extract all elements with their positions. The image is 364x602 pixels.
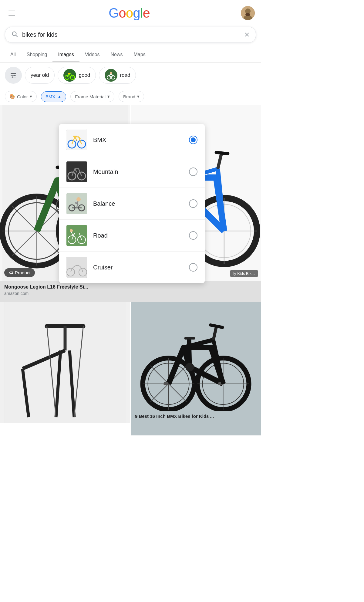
chip-road-thumb	[105, 69, 117, 82]
dropdown-thumb-mountain	[66, 161, 87, 182]
chip-year-old-label: year old	[31, 72, 49, 78]
chip-good-thumb	[63, 69, 76, 82]
product-tag-icon: 🏷	[8, 270, 13, 275]
dropdown-item-road[interactable]: Road	[59, 220, 205, 252]
svg-point-26	[76, 140, 77, 141]
dropdown-thumb-road	[66, 225, 87, 246]
tab-all[interactable]: All	[5, 48, 21, 63]
avatar-image	[241, 6, 255, 20]
search-bar-container: bikes for kids ✕	[0, 24, 261, 48]
dropdown-balance-label: Balance	[93, 200, 183, 207]
radio-mountain[interactable]	[189, 167, 197, 176]
left-image-title: Mongoose Legion L16 Freestyle Si...	[4, 284, 126, 290]
filter-bmx[interactable]: BMX ▲	[41, 91, 66, 102]
filter-color-chevron: ▾	[30, 94, 32, 99]
user-avatar[interactable]	[241, 6, 255, 20]
filter-bmx-label: BMX	[46, 94, 56, 99]
menu-button[interactable]	[6, 8, 18, 18]
captions-row: Mongoose Legion L16 Freestyle Si... amaz…	[0, 281, 261, 302]
radio-road[interactable]	[189, 231, 197, 240]
filter-chips-row: year old good ro	[0, 63, 261, 88]
svg-rect-116	[164, 382, 169, 385]
svg-rect-98	[138, 302, 254, 411]
bottom-left-image[interactable]	[0, 302, 130, 423]
filter-options-button[interactable]	[5, 67, 22, 84]
svg-line-84	[216, 152, 228, 154]
tab-videos[interactable]: Videos	[79, 48, 105, 63]
chip-road[interactable]: road	[99, 67, 136, 84]
dropdown-item-balance[interactable]: Balance	[59, 188, 205, 220]
svg-rect-16	[68, 73, 70, 74]
chip-good-label: good	[79, 72, 90, 78]
clear-search-icon[interactable]: ✕	[244, 31, 250, 39]
filter-brand[interactable]: Brand ▾	[119, 91, 144, 102]
svg-point-11	[12, 76, 13, 78]
svg-point-32	[76, 197, 81, 201]
radio-bmx[interactable]	[189, 136, 197, 144]
svg-rect-17	[105, 69, 117, 82]
bottom-right-caption: 9 Best 16 Inch BMX Bikes for Kids ...	[131, 411, 261, 422]
dropdown-thumb-cruiser	[66, 257, 87, 278]
dropdown-road-label: Road	[93, 232, 183, 239]
color-palette-icon: 🎨	[9, 94, 15, 99]
filter-frame-material[interactable]: Frame Material ▾	[70, 91, 114, 102]
dropdown-item-cruiser[interactable]: Cruiser	[59, 252, 205, 283]
tab-news[interactable]: News	[105, 48, 128, 63]
dropdown-cruiser-label: Cruiser	[93, 264, 183, 271]
radio-balance[interactable]	[189, 199, 197, 208]
tab-images[interactable]: Images	[52, 48, 79, 63]
dropdown-thumb-balance	[66, 193, 87, 214]
dropdown-bmx-label: BMX	[93, 137, 183, 144]
bottom-images-row: 9 Best 16 Inch BMX Bikes for Kids ...	[0, 302, 261, 435]
svg-rect-41	[66, 257, 87, 278]
chip-year-old[interactable]: year old	[25, 67, 55, 84]
dropdown-mountain-label: Mountain	[93, 168, 183, 175]
svg-rect-25	[73, 136, 77, 137]
search-icon	[11, 31, 18, 39]
filter-frame-label: Frame Material	[75, 94, 106, 99]
filter-bmx-chevron-up: ▲	[57, 94, 62, 99]
left-caption: Mongoose Legion L16 Freestyle Si... amaz…	[0, 281, 130, 302]
svg-point-118	[186, 363, 194, 371]
filter-color-label: Color	[17, 94, 28, 99]
product-badge: 🏷 Product	[4, 268, 35, 277]
tab-shopping[interactable]: Shopping	[21, 48, 53, 63]
svg-line-5	[16, 35, 17, 37]
bottom-right-title: 9 Best 16 Inch BMX Bikes for Kids ...	[135, 414, 257, 419]
dropdown-item-bmx[interactable]: BMX	[59, 124, 205, 156]
svg-point-9	[12, 73, 13, 74]
svg-rect-113	[184, 337, 195, 340]
filter-brand-chevron: ▾	[137, 94, 140, 99]
radio-cruiser[interactable]	[189, 263, 197, 272]
svg-point-10	[14, 75, 15, 76]
svg-rect-89	[5, 302, 126, 423]
svg-point-20	[110, 72, 112, 74]
filter-color[interactable]: 🎨 Color ▾	[5, 91, 37, 102]
chip-good[interactable]: good	[58, 67, 96, 84]
google-logo: Google	[109, 5, 150, 21]
header: Google	[0, 0, 261, 24]
dropdown-item-mountain[interactable]: Mountain	[59, 156, 205, 188]
svg-point-3	[245, 13, 250, 16]
content-area: BMX Mountain	[0, 105, 261, 435]
bottom-right-image[interactable]: 9 Best 16 Inch BMX Bikes for Kids ...	[131, 302, 261, 435]
filter-brand-label: Brand	[123, 94, 135, 99]
chip-road-label: road	[120, 72, 130, 78]
tab-maps[interactable]: Maps	[128, 48, 151, 63]
filter-frame-chevron: ▾	[107, 94, 110, 99]
filter-bar: 🎨 Color ▾ BMX ▲ Frame Material ▾ Brand ▾	[0, 88, 261, 105]
search-bar: bikes for kids ✕	[5, 27, 256, 43]
svg-point-40	[70, 229, 73, 232]
left-image-source: amazon.com	[4, 291, 126, 296]
right-image-overlay: ly Kids Bik...	[230, 270, 258, 277]
bmx-dropdown: BMX Mountain	[59, 124, 205, 283]
product-badge-label: Product	[15, 270, 31, 275]
search-tabs: All Shopping Images Videos News Maps	[0, 48, 261, 63]
search-input[interactable]: bikes for kids	[22, 31, 240, 38]
dropdown-thumb-bmx	[66, 130, 87, 150]
right-caption	[131, 281, 261, 302]
